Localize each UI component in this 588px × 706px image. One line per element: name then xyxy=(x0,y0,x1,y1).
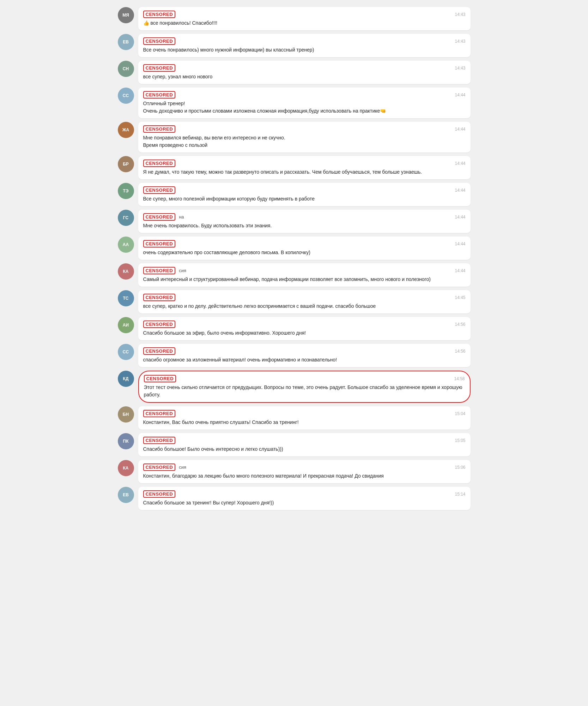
message-bubble: CENSOREDсия14:44Самый интересный и струк… xyxy=(138,263,471,287)
message-bubble: CENSORED14:58Этот тест очень сильно отли… xyxy=(138,371,471,403)
message-text: Все супер, много полезной информации кот… xyxy=(143,195,466,203)
avatar: ЕВ xyxy=(118,34,134,50)
avatar: СС xyxy=(118,88,134,104)
message-bubble: CENSORED14:44Я не думал, что такую тему,… xyxy=(138,156,471,179)
message-text: Этот тест очень сильно отличается от пре… xyxy=(144,384,465,399)
message-text: Самый интересный и структурированный веб… xyxy=(143,276,466,283)
timestamp: 14:45 xyxy=(455,295,465,300)
avatar: ПК xyxy=(118,433,134,449)
message-bubble: CENSORED15:05Спасибо большое! Было очень… xyxy=(138,433,471,456)
message-text: Мне понравился вебинар, вы вели его инте… xyxy=(143,134,466,149)
message-row: ЖАCENSORED14:44Мне понравился вебинар, в… xyxy=(118,122,471,152)
avatar: СС xyxy=(118,344,134,360)
message-header: CENSOREDсия14:44 xyxy=(143,267,466,274)
message-row: БРCENSORED14:44Я не думал, что такую тем… xyxy=(118,156,471,179)
avatar: КА xyxy=(118,263,134,280)
message-text: спасибо огромное за изложенный материал!… xyxy=(143,356,466,364)
censored-badge: CENSORED xyxy=(143,186,176,194)
message-row: ПКCENSORED15:05Спасибо большое! Было оче… xyxy=(118,433,471,456)
message-bubble: CENSOREDсия15:06Константин, благодарю за… xyxy=(138,460,471,483)
message-header: CENSORED14:43 xyxy=(143,37,466,45)
message-header: CENSORED14:56 xyxy=(143,321,466,328)
timestamp: 14:44 xyxy=(455,127,465,132)
avatar: ГС xyxy=(118,210,134,226)
name-suffix: сия xyxy=(179,465,186,470)
avatar: БР xyxy=(118,156,134,172)
timestamp: 15:04 xyxy=(455,411,465,416)
message-row: ЕВCENSORED14:43Все очень понравилось) мн… xyxy=(118,34,471,57)
censored-badge: CENSORED xyxy=(143,437,176,444)
message-bubble: CENSORED14:45все супер, кратко и по делу… xyxy=(138,290,471,313)
censored-badge: CENSORED xyxy=(143,64,176,72)
message-bubble: CENSORED14:44Все супер, много полезной и… xyxy=(138,183,471,206)
message-row: БНCENSORED15:04Константин, Вас было очен… xyxy=(118,406,471,430)
timestamp: 15:14 xyxy=(455,492,465,497)
message-text: все супер, узнал много нового xyxy=(143,73,466,80)
timestamp: 14:58 xyxy=(454,376,465,381)
message-bubble: CENSORED15:14Спасибо большое за тренинг!… xyxy=(138,487,471,510)
message-text: Константин, благодарю за лекцию было мно… xyxy=(143,472,466,480)
message-header: CENSOREDсия15:06 xyxy=(143,463,466,471)
message-row: КДCENSORED14:58Этот тест очень сильно от… xyxy=(118,371,471,403)
message-header: CENSORED14:44 xyxy=(143,125,466,133)
message-header: CENSORED15:14 xyxy=(143,490,466,498)
message-header: CENSORED14:44 xyxy=(143,186,466,194)
message-header: CENSORED14:45 xyxy=(143,294,466,301)
message-text: все супер, кратко и по делу. действитель… xyxy=(143,303,466,310)
timestamp: 14:44 xyxy=(455,161,465,166)
message-row: ТЭCENSORED14:44Все супер, много полезной… xyxy=(118,183,471,206)
avatar: БН xyxy=(118,406,134,423)
timestamp: 14:43 xyxy=(455,12,465,17)
timestamp: 15:06 xyxy=(455,465,465,470)
timestamp: 14:43 xyxy=(455,66,465,71)
message-header: CENSORED15:05 xyxy=(143,437,466,444)
censored-badge: CENSORED xyxy=(143,490,176,498)
avatar: ТЭ xyxy=(118,183,134,199)
timestamp: 14:43 xyxy=(455,39,465,44)
timestamp: 14:44 xyxy=(455,268,465,273)
censored-badge: CENSORED xyxy=(143,91,176,98)
message-row: ТСCENSORED14:45все супер, кратко и по де… xyxy=(118,290,471,313)
censored-badge: CENSORED xyxy=(143,294,176,301)
avatar: АИ xyxy=(118,317,134,333)
censored-badge: CENSORED xyxy=(144,375,176,382)
message-bubble: CENSORED14:43Все очень понравилось) мног… xyxy=(138,34,471,57)
message-text: очень содержательно про составляющие дел… xyxy=(143,249,466,256)
timestamp: 14:44 xyxy=(455,188,465,193)
message-bubble: CENSORED14:43все супер, узнал много ново… xyxy=(138,61,471,84)
censored-badge: CENSORED xyxy=(143,213,176,221)
message-text: Константин, Вас было очень приятно слуша… xyxy=(143,419,466,426)
message-row: ЕВCENSORED15:14Спасибо большое за тренин… xyxy=(118,487,471,510)
censored-badge: CENSORED xyxy=(143,37,176,45)
timestamp: 14:56 xyxy=(455,322,465,327)
message-row: МЯCENSORED14:43👍 все понравилось! Спасиб… xyxy=(118,7,471,30)
message-row: КАCENSOREDсия14:44Самый интересный и стр… xyxy=(118,263,471,287)
message-row: ССCENSORED14:56спасибо огромное за излож… xyxy=(118,344,471,367)
timestamp: 14:44 xyxy=(455,215,465,220)
avatar: СН xyxy=(118,61,134,77)
chat-list: МЯCENSORED14:43👍 все понравилось! Спасиб… xyxy=(118,7,471,510)
avatar: АА xyxy=(118,237,134,253)
avatar: КД xyxy=(118,371,134,387)
message-text: Спасибо большое! Было очень интересно и … xyxy=(143,445,466,453)
censored-badge: CENSORED xyxy=(143,463,176,471)
name-suffix: сия xyxy=(179,268,186,273)
avatar: ЕВ xyxy=(118,487,134,503)
timestamp: 14:56 xyxy=(455,349,465,354)
timestamp: 14:44 xyxy=(455,241,465,246)
message-header: CENSORED14:43 xyxy=(143,64,466,72)
message-row: АИCENSORED14:56Спасибо большое за эфир, … xyxy=(118,317,471,340)
timestamp: 14:44 xyxy=(455,92,465,97)
message-row: КАCENSOREDсия15:06Константин, благодарю … xyxy=(118,460,471,483)
avatar: КА xyxy=(118,460,134,476)
message-bubble: CENSORED14:43👍 все понравилось! Спасибо!… xyxy=(138,7,471,30)
avatar: ЖА xyxy=(118,122,134,138)
message-text: Я не думал, что такую тему, можно так ра… xyxy=(143,168,466,176)
name-suffix: на xyxy=(179,214,184,220)
avatar: МЯ xyxy=(118,7,134,23)
censored-badge: CENSORED xyxy=(143,267,176,274)
message-header: CENSORED14:58 xyxy=(144,375,465,382)
avatar: ТС xyxy=(118,290,134,306)
message-header: CENSORED14:44 xyxy=(143,240,466,247)
censored-badge: CENSORED xyxy=(143,240,176,247)
